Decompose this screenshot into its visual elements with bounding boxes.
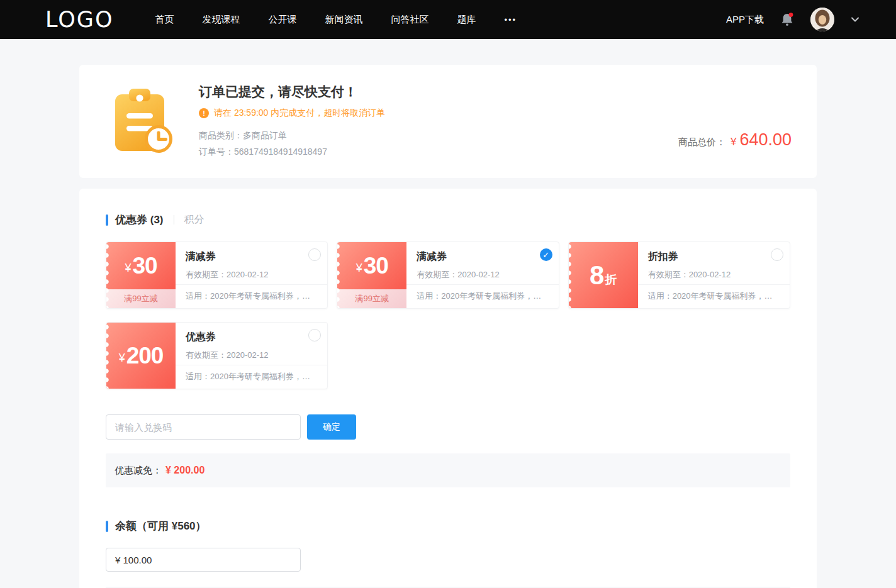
balance-section: 余额（可用 ¥560） — [106, 519, 790, 572]
coupon-card-80-percent-discount[interactable]: 8 折 折扣券 有效期至：2020-02-12 适用：2020年考研专属福利券，… — [568, 241, 790, 309]
coupon-expiry-date: 2020-02-12 — [689, 270, 731, 279]
discount-value: ¥ 200.00 — [165, 465, 204, 476]
coupon-ticket: 8 折 — [569, 242, 638, 308]
order-submitted-title: 订单已提交，请尽快支付！ — [199, 83, 678, 101]
nav-menu: 首页 发现课程 公开课 新闻资讯 问答社区 题库 ••• — [155, 14, 517, 26]
coupon-expiry-label: 有效期至： — [186, 270, 227, 279]
redeem-code-input[interactable] — [106, 414, 301, 440]
order-category-row: 商品类别：多商品订单 — [199, 127, 678, 143]
coupon-title: 优惠券 — [186, 331, 317, 344]
payment-deadline-notice: ! 请在 23:59:00 内完成支付，超时将取消订单 — [199, 108, 678, 119]
payment-deadline-text: 请在 23:59:00 内完成支付，超时将取消订单 — [214, 108, 385, 119]
coupon-expiry-label: 有效期至： — [186, 350, 227, 360]
coupon-amount-block: ¥ 30 — [106, 242, 176, 289]
nav-item-home[interactable]: 首页 — [155, 14, 174, 26]
coupon-expiry: 有效期至：2020-02-12 — [417, 269, 548, 280]
coupon-expiry-label: 有效期至： — [648, 270, 689, 279]
coupon-body: 折扣券 有效期至：2020-02-12 适用：2020年考研专属福利券，以用..… — [638, 242, 790, 308]
order-category-label: 商品类别： — [199, 130, 243, 140]
warning-icon: ! — [199, 108, 209, 118]
notification-bell-icon[interactable] — [780, 12, 794, 27]
coupon-condition-note: 满99立减 — [106, 289, 176, 308]
coupon-scope: 适用：2020年考研专属福利券，以用... — [176, 365, 327, 389]
nav-item-open-classes[interactable]: 公开课 — [268, 14, 296, 26]
nav-item-qa-community[interactable]: 问答社区 — [391, 14, 428, 26]
coupon-body: 优惠券 有效期至：2020-02-12 适用：2020年考研专属福利券，以用..… — [176, 323, 327, 389]
nav-more-icon[interactable]: ••• — [504, 15, 517, 25]
discount-label: 优惠减免： — [115, 465, 162, 477]
coupon-ticket: ¥ 30 满99立减 — [106, 242, 176, 308]
coupon-amount: 200 — [126, 343, 164, 369]
order-total-label: 商品总价： — [678, 136, 725, 148]
coupon-ticket: ¥ 30 满99立减 — [337, 242, 406, 308]
ticket-notches — [106, 242, 111, 308]
section-accent-bar — [106, 521, 108, 532]
user-avatar[interactable] — [810, 8, 834, 31]
coupon-scope: 适用：2020年考研专属福利券，以用... — [638, 284, 790, 308]
app-download-link[interactable]: APP下载 — [726, 14, 764, 26]
order-total-currency: ¥ — [731, 136, 736, 148]
coupon-scope: 适用：2020年考研专属福利券，以用... — [176, 284, 327, 308]
logo[interactable]: LOGO — [45, 7, 113, 32]
coupon-card-200-voucher[interactable]: ¥ 200 优惠券 有效期至：2020-02-12 适用：2020年考研专属福利… — [106, 322, 328, 389]
coupon-card-30-full-reduction-selected[interactable]: ¥ 30 满99立减 满减券 有效期至：2020-02-12 适用：2020年考… — [337, 241, 559, 309]
payment-options-card: 优惠券 (3) 积分 ¥ 30 满99立减 满减券 有效期至：2020-02-1… — [79, 189, 817, 588]
balance-amount-input[interactable] — [106, 548, 301, 572]
coupon-amount-suffix: 折 — [605, 263, 617, 288]
nav-item-discover-courses[interactable]: 发现课程 — [202, 14, 240, 26]
top-navbar: LOGO 首页 发现课程 公开课 新闻资讯 问答社区 题库 ••• APP下载 — [0, 0, 896, 39]
tab-divider — [174, 215, 174, 225]
section-accent-bar — [106, 214, 108, 226]
coupon-title: 满减券 — [186, 250, 317, 263]
coupon-amount: 30 — [364, 253, 388, 279]
redeem-confirm-button[interactable]: 确定 — [307, 414, 356, 440]
order-number-label: 订单号： — [199, 147, 234, 157]
tab-coupons[interactable]: 优惠券 (3) — [115, 213, 164, 227]
coupon-amount-block: ¥ 30 — [337, 242, 406, 289]
coupon-amount: 8 — [590, 260, 603, 291]
nav-item-question-bank[interactable]: 题库 — [457, 14, 476, 26]
order-clipboard-icon — [107, 85, 172, 158]
coupon-expiry-date: 2020-02-12 — [457, 270, 500, 279]
coupon-expiry-date: 2020-02-12 — [227, 350, 269, 360]
discount-summary-bar: 优惠减免： ¥ 200.00 — [106, 453, 790, 487]
balance-section-header: 余额（可用 ¥560） — [106, 519, 790, 533]
order-meta: 商品类别：多商品订单 订单号：5681749184914918497 — [199, 127, 678, 160]
nav-item-news[interactable]: 新闻资讯 — [325, 14, 362, 26]
coupon-body: 满减券 有效期至：2020-02-12 适用：2020年考研专属福利券，以用..… — [176, 242, 327, 308]
order-summary-card: 订单已提交，请尽快支付！ ! 请在 23:59:00 内完成支付，超时将取消订单… — [79, 65, 817, 178]
order-number-value: 5681749184914918497 — [234, 147, 327, 157]
order-number-row: 订单号：5681749184914918497 — [199, 143, 678, 160]
order-total: 商品总价： ¥ 640.00 — [678, 94, 792, 150]
coupon-expiry: 有效期至：2020-02-12 — [186, 350, 317, 361]
coupon-title: 满减券 — [417, 250, 548, 263]
coupon-card-30-full-reduction[interactable]: ¥ 30 满99立减 满减券 有效期至：2020-02-12 适用：2020年考… — [106, 241, 328, 309]
order-total-value: 640.00 — [739, 130, 792, 150]
coupon-expiry-label: 有效期至： — [417, 270, 457, 279]
coupon-amount-block: ¥ 200 — [106, 323, 176, 389]
coupon-section-header: 优惠券 (3) 积分 — [106, 213, 790, 227]
chevron-down-icon[interactable] — [851, 15, 860, 24]
order-info: 订单已提交，请尽快支付！ ! 请在 23:59:00 内完成支付，超时将取消订单… — [199, 83, 678, 160]
coupon-currency: ¥ — [119, 347, 125, 365]
coupon-amount-block: 8 折 — [569, 242, 638, 308]
coupon-amount: 30 — [132, 253, 157, 279]
balance-title: 余额（可用 ¥560） — [115, 519, 206, 533]
coupon-body: 满减券 有效期至：2020-02-12 适用：2020年考研专属福利券，以用..… — [406, 242, 558, 308]
coupon-expiry: 有效期至：2020-02-12 — [186, 269, 317, 280]
ticket-notches — [106, 323, 111, 389]
coupon-expiry-date: 2020-02-12 — [227, 270, 269, 279]
ticket-notches — [337, 242, 342, 308]
redeem-code-row: 确定 — [106, 414, 790, 440]
coupon-title: 折扣券 — [648, 250, 780, 263]
coupon-radio-unchecked[interactable] — [771, 248, 783, 261]
coupon-expiry: 有效期至：2020-02-12 — [648, 269, 780, 280]
coupon-currency: ¥ — [356, 257, 362, 275]
coupon-scope: 适用：2020年考研专属福利券，以用... — [406, 284, 558, 308]
tab-points[interactable]: 积分 — [184, 213, 204, 226]
order-category-value: 多商品订单 — [243, 130, 287, 140]
coupon-radio-checked[interactable]: ✓ — [540, 248, 552, 261]
ticket-notches — [569, 242, 573, 308]
coupon-currency: ¥ — [125, 257, 131, 275]
nav-right-area: APP下载 — [726, 8, 860, 31]
